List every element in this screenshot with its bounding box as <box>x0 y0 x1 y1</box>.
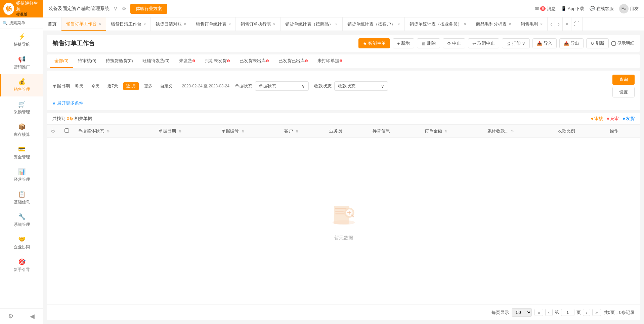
batch-review-btn[interactable]: 审核 <box>591 116 603 122</box>
tab-sales-more[interactable]: 销售毛利 × <box>516 17 548 31</box>
tab-close-sales-stats[interactable]: × <box>228 22 231 27</box>
sub-tab-shipped-not-out[interactable]: 已发货未出库❶ <box>235 54 274 68</box>
page-input[interactable] <box>561 309 574 316</box>
last-page-btn[interactable]: » <box>592 309 601 316</box>
tab-sales-summary-customer[interactable]: 销货单统计表（按客户） × <box>343 17 405 31</box>
tab-sales-workbench[interactable]: 销售订单工作台 × <box>61 17 106 31</box>
tab-cash-daily[interactable]: 钱货日清工作台 × <box>106 17 151 31</box>
import-btn[interactable]: 📥 导入 <box>532 38 557 48</box>
message-btn[interactable]: ✉ 6 消息 <box>535 6 556 12</box>
smart-btn[interactable]: ★ 智能生单 <box>358 38 390 48</box>
status-select[interactable]: 单据状态 ∨ <box>255 81 309 91</box>
sub-tab-all[interactable]: 全部(0) <box>50 54 73 68</box>
per-page-select[interactable]: 50 20 100 <box>512 308 532 317</box>
tab-close-cash-daily[interactable]: × <box>143 22 146 27</box>
date-btn-today[interactable]: 今天 <box>89 82 102 90</box>
online-service-btn[interactable]: 💬 在线客服 <box>590 6 614 12</box>
show-detail-checkbox[interactable]: 显示明细 <box>611 40 635 46</box>
sub-tab-pending-review[interactable]: 待审核(0) <box>73 54 101 68</box>
prev-page-btn[interactable]: ‹ <box>545 309 553 316</box>
dropdown-icon[interactable]: ∨ <box>114 5 118 12</box>
sidebar-item-operation[interactable]: 📊 经营管理 <box>0 164 43 187</box>
tab-close-sales-more[interactable]: × <box>540 22 543 27</box>
select-all-checkbox[interactable] <box>65 128 69 133</box>
sort-customer-icon[interactable]: ⇅ <box>296 129 298 133</box>
sidebar-item-basic[interactable]: 📋 基础信息 <box>0 187 43 209</box>
user-menu[interactable]: Ea 用友 <box>619 4 639 13</box>
sort-accumulated-icon[interactable]: ⇅ <box>511 129 514 133</box>
show-detail-input[interactable] <box>611 41 616 46</box>
table-scrollbar[interactable] <box>47 300 640 305</box>
tab-close-all[interactable]: × <box>563 17 571 31</box>
sidebar-item-inventory[interactable]: 📦 库存核算 <box>0 119 43 141</box>
stop-btn-label: 中止 <box>452 40 461 46</box>
sidebar-item-purchase[interactable]: 🛒 采购管理 <box>0 96 43 119</box>
tab-maximize[interactable]: ⛶ <box>571 17 583 31</box>
tab-close-sales-summary-customer[interactable]: × <box>397 22 400 27</box>
tab-close-sales-summary-product[interactable]: × <box>335 22 338 27</box>
sub-tab-wangpu[interactable]: 旺铺待发货(0) <box>138 54 174 68</box>
tab-nav-next[interactable]: › <box>555 17 562 31</box>
sub-tab-not-shipped[interactable]: 未发货❶ <box>174 54 200 68</box>
sidebar-item-finance[interactable]: 💳 资金管理 <box>0 141 43 164</box>
tab-home[interactable]: 首页 <box>43 17 61 31</box>
sidebar-item-shortcut[interactable]: ⚡ 快捷导航 <box>0 29 43 51</box>
date-btn-more[interactable]: 更多 <box>141 82 155 90</box>
tab-sales-exec[interactable]: 销售订单执行表 × <box>236 17 281 31</box>
batch-ship-btn[interactable]: 发货 <box>623 116 635 122</box>
tab-sales-summary-product[interactable]: 销货单统计表（按商品） × <box>281 17 343 31</box>
query-btn[interactable]: 查询 <box>612 75 635 85</box>
batch-unreviewed-btn[interactable]: 充审 <box>607 116 619 122</box>
sidebar-item-sales[interactable]: 💰 销售管理 <box>0 74 43 96</box>
date-btn-custom[interactable]: 自定义 <box>158 82 175 90</box>
add-btn[interactable]: + 新增 <box>393 38 414 48</box>
sidebar-search[interactable]: 🔍 搜索菜单 <box>0 17 43 29</box>
delete-btn[interactable]: 🗑 删除 <box>417 38 440 48</box>
sort-amount-icon[interactable]: ⇅ <box>444 129 447 133</box>
stop-btn[interactable]: ⊘ 中止 <box>443 38 465 48</box>
sort-status-icon[interactable]: ⇅ <box>107 129 110 133</box>
print-dropdown-icon[interactable]: ∨ <box>522 41 525 46</box>
payment-select[interactable]: 收款状态 ∨ <box>334 81 388 91</box>
sub-tab-not-shipped-label: 未发货 <box>179 58 192 63</box>
collapse-icon[interactable]: ◀ <box>30 313 35 320</box>
table-header: ⚙ 单据整体状态 ⇅ 单据日期 ⇅ <box>47 125 640 138</box>
sub-tab-expired[interactable]: 到期未发货❶ <box>200 54 235 68</box>
export-btn[interactable]: 📤 导出 <box>559 38 584 48</box>
set-btn[interactable]: 设置 <box>612 87 635 97</box>
tab-close-cash-reconcile[interactable]: × <box>184 22 186 27</box>
next-page-btn[interactable]: › <box>583 309 590 316</box>
column-settings-icon[interactable]: ⚙ <box>51 129 55 134</box>
tab-nav-prev[interactable]: ‹ <box>548 17 555 31</box>
tab-close-margin-analysis[interactable]: × <box>509 22 511 27</box>
sidebar-item-marketing[interactable]: 📢 营销推广 <box>0 51 43 74</box>
show-detail-label: 显示明细 <box>617 40 635 46</box>
gear-settings-icon[interactable]: ⚙ <box>122 5 126 12</box>
sidebar-item-enterprise[interactable]: 🤝 企业协同 <box>0 232 43 254</box>
sub-tab-shipped-out[interactable]: 已发货已出库❶ <box>274 54 313 68</box>
sub-tab-pending-inspect[interactable]: 待拣货验货(0) <box>101 54 138 68</box>
date-btn-yesterday[interactable]: 昨天 <box>73 82 86 90</box>
sort-number-icon[interactable]: ⇅ <box>242 129 244 133</box>
trial-btn[interactable]: 体验行业方案 <box>130 4 167 14</box>
sidebar-item-system[interactable]: 🔧 系统管理 <box>0 209 43 232</box>
app-download-btn[interactable]: 📱 App下载 <box>561 6 584 12</box>
tab-close-sales-workbench[interactable]: × <box>99 22 101 26</box>
tab-sales-stats[interactable]: 销售订单统计表 × <box>191 17 236 31</box>
tab-close-sales-exec[interactable]: × <box>273 22 275 27</box>
sidebar-item-newbie[interactable]: 🎯 新手引导 <box>0 254 43 277</box>
sub-tab-not-printed[interactable]: 未打印单据❶ <box>313 54 347 68</box>
tab-margin-analysis[interactable]: 商品毛利分析表 × <box>471 17 516 31</box>
sort-date-icon[interactable]: ⇅ <box>179 129 181 133</box>
expand-btn[interactable]: ∨ 展开更多条件 <box>52 100 635 106</box>
settings-icon[interactable]: ⚙ <box>8 313 13 320</box>
tab-sales-summary-staff[interactable]: 销货单统计表（按业务员） × <box>405 17 471 31</box>
refresh-btn[interactable]: ↻ 刷新 <box>586 38 609 48</box>
cancel-stop-btn[interactable]: ↩ 取消中止 <box>468 38 499 48</box>
tab-close-sales-summary-staff[interactable]: × <box>464 22 466 27</box>
tab-cash-reconcile[interactable]: 钱货日清对账 × <box>151 17 191 31</box>
first-page-btn[interactable]: « <box>534 309 543 316</box>
print-btn[interactable]: 🖨 打印 ∨ <box>502 38 530 48</box>
date-btn-1month[interactable]: 近1月 <box>123 82 139 90</box>
date-btn-7days[interactable]: 近7天 <box>105 82 121 90</box>
